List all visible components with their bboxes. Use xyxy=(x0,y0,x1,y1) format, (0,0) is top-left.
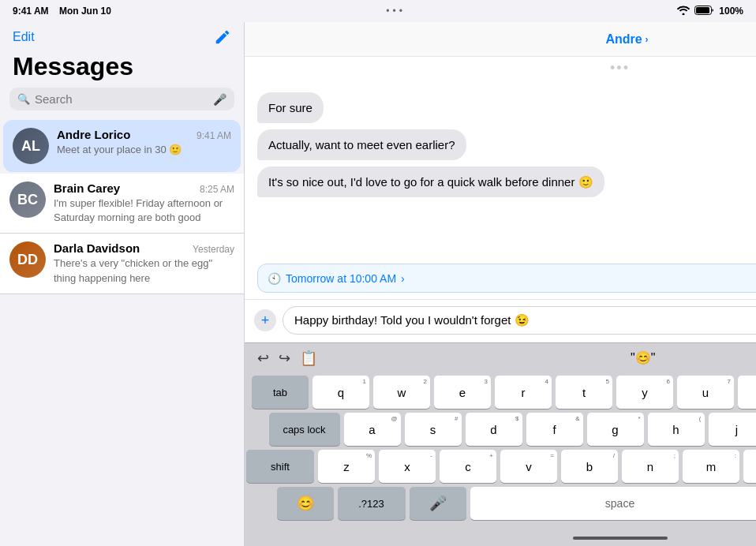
scheduled-time: Tomorrow at 10:00 AM xyxy=(286,272,396,285)
kb-toolbar-left: ↩ ↪ 📋 xyxy=(257,350,317,367)
scheduled-text: 🕙 Tomorrow at 10:00 AM › xyxy=(268,272,405,285)
chat-area: Andre › ••• For sureActually, want to me… xyxy=(245,22,756,546)
keyboard-row-4: 😊 .?123 🎤 space .?123 𝒯 ⌨ xyxy=(246,487,756,520)
keyboard-row-3: shift %z -x +c =v /b ;n :m ! ? . shift xyxy=(246,450,756,483)
input-row: + ↑ xyxy=(245,299,756,342)
shift-left-key[interactable]: shift xyxy=(246,450,314,483)
conversation-time: 9:41 AM xyxy=(196,130,231,141)
conversation-name: Darla Davidson xyxy=(54,241,140,255)
key-s[interactable]: #s xyxy=(405,413,462,446)
key-i[interactable]: 8i xyxy=(738,376,756,409)
conversation-time: Yesterday xyxy=(193,244,234,255)
conversation-top: Andre Lorico 9:41 AM xyxy=(57,128,231,141)
key-c[interactable]: +c xyxy=(440,450,496,483)
conversation-name: Brain Carey xyxy=(54,181,120,195)
key-t[interactable]: 5t xyxy=(556,376,612,409)
contact-name: Andre xyxy=(605,32,642,47)
svg-rect-1 xyxy=(696,7,709,13)
paste-button[interactable]: 📋 xyxy=(300,350,317,367)
wifi-icon xyxy=(677,6,690,17)
conversation-preview: I'm super flexible! Friday afternoon or … xyxy=(54,196,234,225)
dot2: • xyxy=(393,6,396,17)
time-display: 9:41 AM xyxy=(13,6,49,17)
edit-button[interactable]: Edit xyxy=(13,30,35,44)
key-z[interactable]: %z xyxy=(318,450,375,483)
key-r[interactable]: 4r xyxy=(495,376,552,409)
mic-icon: 🎤 xyxy=(213,93,226,106)
caps-lock-key[interactable]: caps lock xyxy=(269,413,340,446)
messages-title: Messages xyxy=(0,49,244,88)
key-f[interactable]: &f xyxy=(526,413,583,446)
conversation-content: Brain Carey 8:25 AM I'm super flexible! … xyxy=(54,181,234,225)
emoji-key[interactable]: 😊 xyxy=(277,487,334,520)
key-a[interactable]: @a xyxy=(344,413,401,446)
key-b[interactable]: /b xyxy=(561,450,618,483)
search-bar[interactable]: 🔍 🎤 xyxy=(9,88,234,110)
status-bar: 9:41 AM Mon Jun 10 • • • 100% xyxy=(0,0,756,22)
plus-icon: + xyxy=(261,312,270,329)
key-d[interactable]: $d xyxy=(466,413,522,446)
key-q[interactable]: 1q xyxy=(313,376,369,409)
add-attachment-button[interactable]: + xyxy=(254,309,276,331)
dot3: • xyxy=(399,6,402,17)
compose-button[interactable] xyxy=(214,28,231,46)
chat-contact[interactable]: Andre › xyxy=(605,32,648,47)
battery-icon xyxy=(694,6,714,17)
sidebar-header: Edit xyxy=(0,22,244,49)
date-display: Mon Jun 10 xyxy=(59,6,111,17)
conversation-item[interactable]: AL Andre Lorico 9:41 AM Meet at your pla… xyxy=(3,120,241,172)
chevron-right-icon: › xyxy=(646,34,649,45)
numbers-key[interactable]: .?123 xyxy=(338,487,406,520)
key-v[interactable]: =v xyxy=(500,450,557,483)
conversation-preview: Meet at your place in 30 🙂 xyxy=(57,143,231,157)
avatar: DD xyxy=(9,241,46,278)
key-h[interactable]: (h xyxy=(648,413,705,446)
conversation-top: Brain Carey 8:25 AM xyxy=(54,181,234,195)
mic-key[interactable]: 🎤 xyxy=(410,487,466,520)
key-g[interactable]: *g xyxy=(587,413,644,446)
message-input[interactable] xyxy=(283,306,756,335)
avatar: BC xyxy=(9,181,46,218)
scheduled-banner: 🕙 Tomorrow at 10:00 AM › ✕ xyxy=(257,264,756,293)
conversation-item[interactable]: DD Darla Davidson Yesterday There's a ve… xyxy=(0,234,244,294)
key-x[interactable]: -x xyxy=(379,450,436,483)
battery-percent: 100% xyxy=(719,6,743,17)
key-exclaim[interactable]: ! xyxy=(743,450,756,483)
search-icon: 🔍 xyxy=(17,93,30,105)
chat-header: Andre › xyxy=(245,22,756,57)
home-bar xyxy=(573,537,668,540)
key-y[interactable]: 6y xyxy=(616,376,673,409)
sidebar: Edit Messages 🔍 🎤 AL Andre Lorico 9:41 A… xyxy=(0,22,245,546)
key-u[interactable]: 7u xyxy=(677,376,734,409)
app-container: Edit Messages 🔍 🎤 AL Andre Lorico 9:41 A… xyxy=(0,22,756,546)
key-w[interactable]: 2w xyxy=(373,376,430,409)
key-e[interactable]: 3e xyxy=(434,376,491,409)
status-time: 9:41 AM Mon Jun 10 xyxy=(13,6,111,17)
message-bubble: Actually, want to meet even earlier? xyxy=(257,129,466,160)
space-key[interactable]: space xyxy=(470,487,757,520)
kb-toolbar-emoji[interactable]: "😊" xyxy=(631,350,655,365)
tab-key[interactable]: tab xyxy=(252,376,309,409)
keyboard-row-2: caps lock @a #s $d &f *g (h )j 'k "l ret… xyxy=(246,413,756,446)
search-input[interactable] xyxy=(35,92,208,106)
undo-button[interactable]: ↩ xyxy=(257,350,269,367)
message-bubble: It's so nice out, I'd love to go for a q… xyxy=(257,166,604,197)
ellipsis-icon: ••• xyxy=(610,60,630,77)
key-j[interactable]: )j xyxy=(709,413,757,446)
messages-area: For sureActually, want to meet even earl… xyxy=(245,80,756,257)
dot1: • xyxy=(386,6,389,17)
scheduled-chevron: › xyxy=(401,272,405,285)
status-center: • • • xyxy=(386,6,402,17)
key-m[interactable]: :m xyxy=(683,450,739,483)
key-n[interactable]: ;n xyxy=(622,450,679,483)
keyboard: tab 1q 2w 3e 4r 5t 6y 7u 8i 9o 0p delete… xyxy=(245,372,756,530)
conversation-name: Andre Lorico xyxy=(57,128,130,141)
home-indicator xyxy=(245,530,756,546)
conversation-content: Darla Davidson Yesterday There's a very … xyxy=(54,241,234,285)
conversation-item[interactable]: BC Brain Carey 8:25 AM I'm super flexibl… xyxy=(0,174,244,234)
conversation-list: AL Andre Lorico 9:41 AM Meet at your pla… xyxy=(0,118,244,546)
redo-button[interactable]: ↪ xyxy=(279,350,290,367)
avatar: AL xyxy=(13,128,49,164)
conversation-time: 8:25 AM xyxy=(200,184,234,195)
keyboard-toolbar: ↩ ↪ 📋 "😊" ≡A xyxy=(245,342,756,372)
